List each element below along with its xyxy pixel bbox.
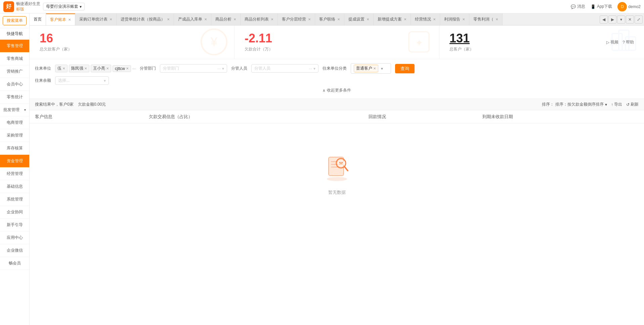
tab-customers[interactable]: 客户账本 ✕ — [46, 13, 75, 26]
tab-next-button[interactable]: ▶ — [608, 15, 616, 24]
tab-bar-actions: ◀ ▶ ▾ ✕ ⤢ — [600, 15, 644, 24]
tab-close-retail-profit[interactable]: ✕ — [496, 17, 498, 21]
col-repayment: 回款情况 — [363, 110, 477, 123]
tab-close-incoming[interactable]: ✕ — [167, 17, 170, 21]
stat-label-total: 总客户（家） — [449, 46, 474, 52]
empty-state: 暂无数据 — [30, 123, 644, 222]
tab-close-profit[interactable]: ✕ — [462, 17, 465, 21]
sidebar-item-retail-stats[interactable]: 零售统计 — [0, 91, 29, 104]
logo-icon: 好 — [3, 1, 14, 12]
sidebar-item-app-center[interactable]: 应用中心 — [0, 231, 29, 244]
remove-tag-wu[interactable]: ✕ — [62, 67, 65, 70]
sidebar-item-inventory[interactable]: 库存核算 — [0, 142, 29, 155]
result-info: 搜索结果中，客户0家 欠款金额0.00元 — [35, 102, 106, 107]
table-header-row: 客户信息 欠款交易信息（占比） 回款情况 到期未收款日期 — [30, 110, 644, 123]
quick-nav-button[interactable]: 快捷导航 — [0, 28, 29, 40]
tab-purchase-orders[interactable]: 采购订单统计表 ✕ — [75, 13, 117, 26]
tab-close-customers[interactable]: ✕ — [68, 18, 71, 22]
empty-icon — [320, 150, 354, 184]
tab-product-analysis[interactable]: 商品分析 ✕ — [211, 13, 241, 26]
sidebar-item-member[interactable]: 会员中心 — [0, 78, 29, 91]
tab-prev-button[interactable]: ◀ — [600, 15, 608, 24]
dept-select[interactable]: 分管部门 ··· ▾ — [160, 64, 227, 73]
stat-bg-icon-1: ¥ — [201, 28, 227, 56]
refresh-button[interactable]: ↺ 刷新 — [626, 102, 639, 107]
filter-more-btn[interactable]: ··· — [132, 66, 136, 71]
tab-close-contact[interactable]: ✕ — [337, 17, 340, 21]
tab-retail-profit[interactable]: 零售利润（ ✕ — [469, 13, 503, 26]
stat-label-overdue: 欠款合计（万） — [245, 46, 273, 52]
tab-expand-button[interactable]: ⤢ — [635, 15, 643, 24]
remove-tag-chen[interactable]: ✕ — [84, 67, 87, 70]
sidebar-item-enterprise-collab[interactable]: 企业协同 — [0, 206, 29, 219]
sidebar-item-new-guide[interactable]: 新手引导 — [0, 219, 29, 231]
remove-tag-wang[interactable]: ✕ — [106, 67, 109, 70]
sidebar-item-purchase[interactable]: 采购管理 — [0, 129, 29, 142]
sidebar-item-basic-info[interactable]: 基础信息 — [0, 180, 29, 193]
sort-select[interactable]: 排序： 排序：按欠款金额倒序排序 ▾ — [542, 102, 607, 107]
sidebar-item-enterprise-wechat[interactable]: 企业微信 — [0, 244, 29, 257]
tab-bar: 首页 客户账本 ✕ 采购订单统计表 ✕ 进货单统计表（按商品） ✕ 产成品入库单… — [30, 13, 644, 26]
tab-close-business[interactable]: ✕ — [433, 17, 436, 21]
stat-card-total: 131 总客户（家） ▷ 视频 ? 帮助 — [439, 26, 644, 59]
tab-business-status[interactable]: 经营情况 ✕ — [411, 13, 440, 26]
unit-type-select[interactable]: 普通客户 ✕ ▾ — [351, 63, 391, 74]
tab-home[interactable]: 首页 — [30, 13, 46, 26]
svg-text:¥: ¥ — [210, 35, 218, 48]
col-overdue-info: 欠款交易信息（占比） — [143, 110, 363, 123]
tab-profit-report[interactable]: 利润报告 ✕ — [440, 13, 469, 26]
tab-close-product-analysis[interactable]: ✕ — [233, 17, 236, 21]
sidebar-item-finance[interactable]: 资金管理 — [0, 155, 29, 168]
stat-card-customers: ¥ 16 总欠款客户（家） — [30, 26, 234, 59]
sidebar-item-retail[interactable]: 零售管理 — [0, 40, 29, 52]
person-select[interactable]: 分管人员 ··· ▾ — [251, 64, 318, 73]
filter-tags-unit: 伍 ✕ 陈民强 ✕ 王小亮 ✕ cjttcw ✕ — [55, 65, 136, 72]
balance-select[interactable]: 选择... ▾ — [55, 76, 109, 85]
tab-incoming-stats[interactable]: 进货单统计表（按商品） ✕ — [117, 13, 174, 26]
sidebar-item-changhui[interactable]: 畅会员 — [0, 257, 29, 270]
sidebar-item-operations[interactable]: 经营管理 — [0, 168, 29, 180]
content-area: 首页 客户账本 ✕ 采购订单统计表 ✕ 进货单统计表（按商品） ✕ 产成品入库单… — [30, 13, 644, 325]
tab-product-analysis-list[interactable]: 商品分析列表 ✕ — [241, 13, 278, 26]
tab-close-purchase-orders[interactable]: ✕ — [110, 17, 112, 21]
tab-close-new-promotion[interactable]: ✕ — [404, 17, 406, 21]
tab-promotion-settings[interactable]: 提成设置 ✕ — [344, 13, 374, 26]
person-filter-label: 分管人员 — [231, 66, 247, 71]
sidebar-item-ecommerce[interactable]: 电商管理 — [0, 116, 29, 129]
col-due-date: 到期未收款日期 — [477, 110, 644, 123]
tab-close-segment[interactable]: ✕ — [308, 17, 311, 21]
tab-customer-segment[interactable]: 客户分层经营 ✕ — [278, 13, 315, 26]
result-bar: 搜索结果中，客户0家 欠款金额0.00元 排序： 排序：按欠款金额倒序排序 ▾ … — [30, 99, 644, 110]
account-selector[interactable]: 母婴行业演示账套 ▾ — [43, 3, 85, 10]
person-more-icon: ··· — [309, 66, 312, 71]
svg-point-15 — [339, 162, 341, 163]
tab-cost-instock[interactable]: 产成品入库单 ✕ — [174, 13, 211, 26]
collapse-button[interactable]: ∧ 收起更多条件 — [35, 87, 639, 93]
stat-value-overdue: -2.11 — [245, 32, 273, 44]
sidebar-item-wholesale[interactable]: 批发管理 ▾ — [0, 104, 29, 116]
tab-customer-contact[interactable]: 客户联络 ✕ — [315, 13, 344, 26]
stat-value-customers: 16 — [40, 32, 72, 44]
message-action[interactable]: 💬 消息 — [571, 4, 585, 9]
page-content: ¥ 16 总欠款客户（家） ✦ — [30, 26, 644, 325]
search-menu-button[interactable]: 搜索菜单 — [3, 16, 27, 25]
remove-tag-cjttcw[interactable]: ✕ — [126, 67, 129, 70]
tab-close-cost[interactable]: ✕ — [204, 17, 207, 21]
svg-line-14 — [344, 167, 348, 171]
empty-text: 暂无数据 — [328, 189, 346, 195]
export-button[interactable]: ↑ 导出 — [611, 102, 622, 107]
user-profile[interactable]: D demo2 — [617, 2, 641, 11]
sidebar-item-system[interactable]: 系统管理 — [0, 193, 29, 206]
sidebar-item-retail-shop[interactable]: 零售商城 — [0, 52, 29, 65]
remove-unit-type-tag[interactable]: ✕ — [373, 67, 376, 70]
tab-new-promotion[interactable]: 新增提成方案 ✕ — [374, 13, 411, 26]
app-download-action[interactable]: 📱 App下载 — [591, 4, 612, 9]
tab-close-promotion[interactable]: ✕ — [367, 17, 369, 21]
tab-more-button[interactable]: ▾ — [617, 15, 625, 24]
stats-row: ¥ 16 总欠款客户（家） ✦ — [30, 26, 644, 59]
tab-close-all-button[interactable]: ✕ — [626, 15, 634, 24]
query-button[interactable]: 查询 — [395, 64, 415, 73]
sidebar-item-marketing[interactable]: 营销推广 — [0, 65, 29, 78]
tab-close-product-list[interactable]: ✕ — [271, 17, 273, 21]
sort-chevron-icon: ▾ — [605, 102, 607, 107]
